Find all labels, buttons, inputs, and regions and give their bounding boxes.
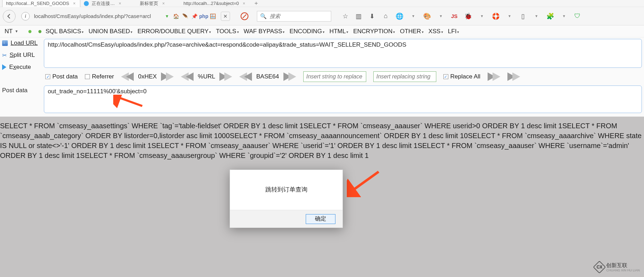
load-url-label: Load URL bbox=[11, 40, 38, 46]
pin-icon[interactable]: 📌 bbox=[191, 13, 198, 20]
menu-union-based[interactable]: UNION BASED▾ bbox=[88, 28, 132, 35]
replace-all-label: Replace All bbox=[450, 73, 481, 80]
home-outline-icon[interactable]: ⌂ bbox=[382, 12, 389, 20]
nt-label: NT bbox=[5, 28, 13, 35]
sidebar-icon[interactable]: ▯ bbox=[519, 12, 527, 20]
extension-icon[interactable]: 🧩 bbox=[546, 12, 554, 20]
adblock-icon[interactable] bbox=[241, 12, 248, 20]
replace-go-button[interactable] bbox=[488, 72, 500, 81]
close-icon[interactable]: × bbox=[242, 1, 246, 6]
urlenc-label: %URL bbox=[194, 73, 219, 80]
close-icon[interactable]: × bbox=[117, 1, 122, 6]
menu-waf-bypass[interactable]: WAF BYPASS▾ bbox=[244, 28, 285, 35]
menu-encryption[interactable]: ENCRYPTION▾ bbox=[353, 28, 395, 35]
base64-label: BASE64 bbox=[252, 73, 283, 80]
star-icon[interactable]: ☆ bbox=[342, 12, 349, 20]
watermark-logo-icon: CX bbox=[593, 261, 606, 274]
split-url-button[interactable]: ✂ Split URL bbox=[2, 52, 39, 59]
tab-title: http://localh...27&subject=0 bbox=[184, 1, 239, 6]
palette-icon[interactable]: 🎨 bbox=[423, 12, 431, 20]
watermark: CX 创新互联 CHUANG XIN HU LIAN bbox=[595, 262, 640, 272]
record-icon[interactable]: ● bbox=[28, 27, 32, 35]
record-icon[interactable]: ● bbox=[38, 27, 42, 35]
close-icon[interactable]: × bbox=[72, 1, 76, 6]
hackbar-menubar: NT▼ ● ● SQL BASICS▾ UNION BASED▾ ERROR/D… bbox=[0, 25, 644, 37]
chevron-down-icon[interactable]: ▼ bbox=[560, 14, 568, 18]
menu-encoding[interactable]: ENCODING▾ bbox=[289, 28, 324, 35]
library-icon[interactable]: ▥ bbox=[355, 12, 362, 20]
home-icon[interactable]: 🏠 bbox=[173, 13, 180, 20]
tab-1[interactable]: 正在连接… × bbox=[80, 0, 126, 7]
tab-2[interactable]: 新标签页 × bbox=[136, 0, 169, 7]
menu-error-double-query[interactable]: ERROR/DOUBLE QUERY▾ bbox=[137, 28, 211, 35]
arrow-left-icon bbox=[6, 13, 12, 19]
shield-icon[interactable]: 🛡 bbox=[574, 12, 581, 20]
load-icon bbox=[2, 40, 8, 46]
load-url-button[interactable]: Load URL bbox=[2, 40, 39, 47]
hex-button[interactable]: 0xHEX bbox=[121, 72, 174, 81]
alert-dialog: 跳转到订单查询 确定 bbox=[230, 170, 343, 228]
tab-3[interactable]: http://localh...27&subject=0 × bbox=[180, 0, 250, 7]
post-data-heading: Post data bbox=[2, 86, 39, 94]
back-button[interactable] bbox=[3, 10, 16, 23]
lifebuoy-icon[interactable]: 🛟 bbox=[492, 12, 500, 20]
browser-navbar: i ▼ 🏠 🪶 📌 php 🪟 ✕ 🔍 ☆ ▥ ⬇ ⌂ 🌐 ▼ 🎨 ▼ JS 🐞… bbox=[0, 7, 644, 25]
chevron-down-icon[interactable]: ▼ bbox=[533, 14, 540, 18]
post-data-textarea[interactable] bbox=[44, 86, 642, 113]
url-textarea[interactable] bbox=[44, 39, 642, 68]
bookmark-icon-row: 🏠 🪶 📌 php 🪟 bbox=[173, 13, 217, 20]
urlenc-button[interactable]: %URL bbox=[181, 72, 232, 81]
options-row: Post data Referrer 0xHEX %URL BASE64 Rep… bbox=[44, 71, 642, 83]
menu-lfi[interactable]: LFI▾ bbox=[448, 28, 459, 35]
menu-other[interactable]: OTHER▾ bbox=[400, 28, 424, 35]
referrer-label: Referrer bbox=[92, 73, 114, 80]
search-input[interactable] bbox=[270, 13, 328, 19]
play-icon bbox=[2, 64, 6, 70]
alert-ok-button[interactable]: 确定 bbox=[306, 214, 335, 224]
download-icon[interactable]: ⬇ bbox=[369, 12, 376, 20]
js-icon[interactable]: JS bbox=[451, 13, 458, 19]
windows-icon[interactable]: 🪟 bbox=[209, 13, 217, 20]
globe-icon[interactable]: 🌐 bbox=[396, 12, 403, 20]
chevron-down-icon[interactable]: ▼ bbox=[410, 14, 417, 18]
hackbar-panel: Load URL ✂ Split URL Execute Post data R… bbox=[0, 37, 644, 117]
php-icon[interactable]: php bbox=[200, 13, 207, 20]
new-tab-button[interactable]: ＋ bbox=[250, 0, 263, 7]
menu-sql-basics[interactable]: SQL BASICS▾ bbox=[46, 28, 84, 35]
annotation-arrow-icon bbox=[347, 169, 382, 197]
menu-tools[interactable]: TOOLS▾ bbox=[216, 28, 238, 35]
base64-button[interactable]: BASE64 bbox=[239, 72, 296, 81]
tab-title: http://local...R_SEND_GOODS bbox=[6, 1, 69, 6]
post-data-label: Post data bbox=[52, 73, 78, 80]
replace-all-checkbox[interactable]: Replace All bbox=[443, 73, 481, 80]
page-body-sql-dump: SELECT * FROM `cmseasy_aaasettings` WHER… bbox=[0, 117, 644, 160]
replace-to-input[interactable] bbox=[373, 71, 436, 82]
menu-xss[interactable]: XSS▾ bbox=[429, 28, 443, 35]
menu-html[interactable]: HTML▾ bbox=[329, 28, 348, 35]
search-icon: 🔍 bbox=[260, 13, 267, 19]
nt-dropdown[interactable]: NT▼ bbox=[2, 27, 21, 36]
replace-go-button-2[interactable] bbox=[507, 72, 520, 81]
close-icon[interactable]: × bbox=[161, 1, 166, 6]
feather-icon[interactable]: 🪶 bbox=[182, 13, 189, 20]
watermark-sub: CHUANG XIN HU LIAN bbox=[606, 269, 640, 272]
svg-line-1 bbox=[351, 172, 379, 191]
search-box[interactable]: 🔍 bbox=[257, 11, 331, 22]
hex-label: 0xHEX bbox=[134, 73, 161, 80]
address-bar[interactable] bbox=[32, 11, 163, 22]
chevron-down-icon[interactable]: ▼ bbox=[437, 14, 444, 18]
referrer-checkbox[interactable]: Referrer bbox=[85, 73, 114, 80]
hackbar-main: Post data Referrer 0xHEX %URL BASE64 Rep… bbox=[44, 39, 642, 113]
bug-icon[interactable]: 🐞 bbox=[464, 12, 472, 20]
replace-from-input[interactable] bbox=[303, 71, 366, 82]
chevron-down-icon[interactable]: ▼ bbox=[478, 14, 485, 18]
chevron-down-icon[interactable]: ▼ bbox=[506, 14, 513, 18]
tab-0[interactable]: http://local...R_SEND_GOODS × bbox=[2, 0, 80, 7]
execute-button[interactable]: Execute bbox=[2, 64, 39, 71]
post-data-checkbox[interactable]: Post data bbox=[45, 73, 78, 80]
clear-button[interactable]: ✕ bbox=[221, 12, 230, 21]
site-info-button[interactable]: i bbox=[21, 12, 30, 20]
spinner-icon bbox=[84, 1, 89, 6]
tab-title: 新标签页 bbox=[140, 0, 158, 7]
chevron-down-icon[interactable]: ▼ bbox=[165, 14, 169, 19]
